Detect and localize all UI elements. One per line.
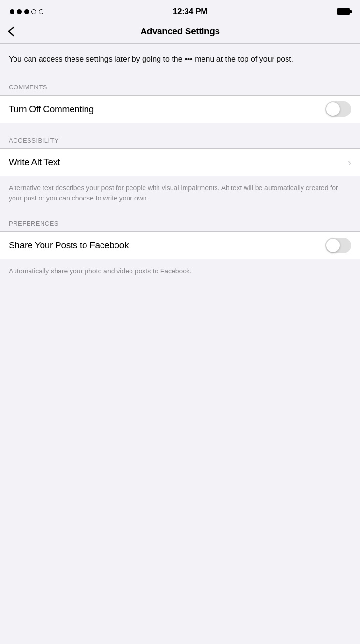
- intro-text: You can access these settings later by g…: [9, 54, 351, 65]
- signal-dot-2: [17, 9, 22, 14]
- section-header-comments: COMMENTS: [0, 76, 360, 95]
- status-bar: 12:34 PM: [0, 0, 360, 21]
- back-chevron-icon: [8, 26, 14, 37]
- section-label-preferences: PREFERENCES: [9, 220, 58, 227]
- turn-off-commenting-toggle[interactable]: [325, 101, 351, 117]
- back-button[interactable]: [8, 26, 14, 37]
- section-label-comments: COMMENTS: [9, 84, 47, 91]
- write-alt-text-label: Write Alt Text: [9, 157, 60, 168]
- toggle-thumb-facebook: [326, 239, 340, 252]
- section-label-accessibility: ACCESSIBILITY: [9, 137, 58, 144]
- facebook-description-section: Automatically share your photo and video…: [0, 259, 360, 285]
- status-time: 12:34 PM: [173, 7, 207, 16]
- write-alt-text-row[interactable]: Write Alt Text ›: [0, 148, 360, 176]
- status-right: [337, 8, 350, 15]
- turn-off-commenting-label: Turn Off Commenting: [9, 104, 94, 114]
- signal-dot-5: [39, 9, 43, 14]
- chevron-right-icon: ›: [348, 157, 351, 168]
- section-header-accessibility: ACCESSIBILITY: [0, 129, 360, 148]
- signal-dot-4: [31, 9, 36, 14]
- toggle-thumb: [326, 102, 340, 116]
- signal-indicators: [10, 9, 43, 14]
- signal-dot-1: [10, 9, 14, 14]
- section-header-preferences: PREFERENCES: [0, 212, 360, 231]
- share-to-facebook-toggle[interactable]: [325, 238, 351, 253]
- content: You can access these settings later by g…: [0, 44, 360, 285]
- intro-section: You can access these settings later by g…: [0, 44, 360, 76]
- facebook-description: Automatically share your photo and video…: [9, 266, 351, 276]
- share-to-facebook-label: Share Your Posts to Facebook: [9, 240, 129, 251]
- alt-text-description: Alternative text describes your post for…: [9, 183, 351, 203]
- nav-bar: Advanced Settings: [0, 21, 360, 44]
- share-to-facebook-row: Share Your Posts to Facebook: [0, 231, 360, 259]
- turn-off-commenting-row: Turn Off Commenting: [0, 95, 360, 123]
- battery-fill: [338, 9, 349, 14]
- page-title: Advanced Settings: [140, 26, 219, 37]
- battery-icon: [337, 8, 350, 15]
- signal-dot-3: [24, 9, 29, 14]
- alt-text-description-section: Alternative text describes your post for…: [0, 176, 360, 212]
